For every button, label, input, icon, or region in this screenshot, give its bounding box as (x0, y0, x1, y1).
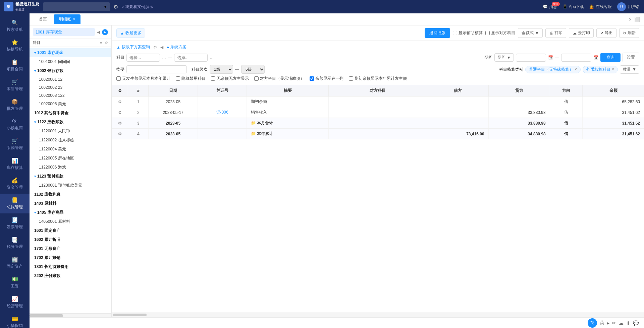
subject-tag-normal[interactable]: 普通科目（无特殊核算） × (525, 66, 581, 73)
tree-item-1001[interactable]: ▾ 1001 库存现金 (30, 48, 111, 57)
tree-item-1123[interactable]: ▾ 1123 预付账款 (30, 172, 111, 181)
tree-item-1702[interactable]: 1702 累计摊销 (30, 253, 111, 262)
sidebar-item-tax[interactable]: 📑 税务管理 (0, 233, 30, 253)
panel-close-icon[interactable]: × (629, 17, 632, 22)
tree-item-11220006[interactable]: 11220006 游戏 (30, 163, 111, 172)
subject-tag-normal-close[interactable]: × (575, 67, 577, 72)
tree-item-1002[interactable]: ▾ 1002 银行存款 (30, 66, 111, 75)
settings-btn[interactable]: 设置 (623, 53, 639, 62)
query-btn[interactable]: 查询 (600, 53, 621, 62)
filter-left-arrow-icon[interactable]: ◀ (160, 45, 163, 50)
sidebar-item-general-ledger[interactable]: 📒 总账管理 (0, 194, 30, 213)
summary-input[interactable] (126, 65, 187, 73)
tree-item-1012[interactable]: 1012 其他货币资金 (30, 109, 111, 118)
subject-end-input[interactable] (174, 54, 208, 62)
sidebar-item-expense[interactable]: 💳 小畅报销 (0, 312, 30, 328)
settings-icon[interactable]: ⚙ (113, 4, 118, 10)
tree-item-10020002[interactable]: 10020002 23 (30, 83, 111, 91)
print-btn[interactable]: 🖨 打印 (545, 28, 566, 38)
opposite-show-checkbox[interactable] (254, 76, 259, 81)
period-type-btn[interactable]: 期间 ▼ (494, 53, 514, 62)
row-voucher-1[interactable]: 记-006 (198, 107, 247, 118)
left-panel-scrollbar[interactable] (30, 313, 111, 317)
sidebar-item-inventory[interactable]: 📊 库存核算 (0, 154, 30, 174)
tree-item-1132[interactable]: 1132 应收利息 (30, 190, 111, 199)
sidebar-item-retail[interactable]: 🛒 零售管理 (0, 75, 30, 95)
row-gear-1[interactable]: ⚙ (112, 107, 128, 118)
period-start-input[interactable]: 2023-05 (516, 54, 546, 62)
nav-prev-icon[interactable]: ◀ (97, 30, 100, 35)
no-occur-month-year-checkbox[interactable] (116, 76, 121, 81)
row-gear-2[interactable]: ⚙ (112, 118, 128, 129)
amount-style-btn[interactable]: 金额式 ▼ (518, 28, 543, 38)
subject-start-input[interactable] (126, 54, 160, 62)
list-view-icon[interactable]: ≡ (100, 41, 102, 45)
tree-item-11220005[interactable]: 11220005 所在地区 (30, 154, 111, 163)
tree-item-1801[interactable]: 1801 长期待摊费用 (30, 262, 111, 271)
quantity-btn[interactable]: 数量 ▼ (620, 65, 639, 74)
tree-item-1405[interactable]: ▾ 1405 库存商品 (30, 208, 111, 217)
period-open-checkbox[interactable] (349, 76, 353, 81)
system-scheme-btn[interactable]: ● 系统方案 (167, 44, 186, 50)
level-start-select[interactable]: 1级 (210, 65, 233, 74)
tree-item-11220001[interactable]: 11220001 人民币 (30, 127, 111, 136)
sidebar-item-operations[interactable]: 📈 经营管理 (0, 292, 30, 312)
no-occur-month-year-label[interactable]: 无发生额显示本月本年累计 (116, 76, 170, 81)
period-open-label[interactable]: 期初余额显示本年累计发生额 (349, 76, 407, 81)
collapse-filter-btn[interactable]: ▲ 按以下方案查询 (116, 44, 150, 50)
tree-item-10010001[interactable]: 10010001 同同同 (30, 57, 111, 66)
demo-link[interactable]: ○ 我要看实例演示 (121, 4, 153, 10)
tree-item-2202[interactable]: 2202 应付账款 (30, 271, 111, 280)
sidebar-item-payroll[interactable]: 💵 工资 (0, 273, 30, 292)
export-btn[interactable]: ↗ 导出 (596, 28, 616, 38)
sidebar-item-ecommerce[interactable]: 🛍 小畅电商 (0, 115, 30, 134)
opposite-show-label[interactable]: 对方科目（显示辅助项） (254, 76, 304, 81)
sidebar-item-wholesale[interactable]: 📦 批发管理 (0, 95, 30, 115)
tree-item-14050001[interactable]: 14050001 原材料 (30, 217, 111, 226)
return-old-version-btn[interactable]: 退回旧版 (425, 28, 450, 38)
online-service-btn[interactable]: 💁 在线客服 (589, 4, 612, 10)
sidebar-item-purchase[interactable]: 🛒 采购管理 (0, 134, 30, 154)
level-end-select[interactable]: 6级 (241, 65, 265, 74)
tree-item-10020003[interactable]: 10020003 122 (30, 91, 111, 100)
sidebar-item-quick-nav[interactable]: ⭐ 快捷导航 (0, 36, 30, 56)
tab-home[interactable]: 首页 (34, 14, 52, 24)
calendar-start-icon[interactable]: 📅 (548, 55, 553, 60)
tab-detail-account[interactable]: 明细账 × (54, 14, 80, 24)
account-tag[interactable]: 1001 库存现金 (33, 28, 95, 36)
subject-tag-foreign[interactable]: 外币核算科目 × (583, 66, 618, 73)
tree-item-1403[interactable]: 1403 原材料 (30, 199, 111, 208)
statusbar-icon-6[interactable]: 💬 (633, 320, 639, 326)
cloud-print-btn[interactable]: ☁ 云打印 (569, 28, 594, 38)
show-opposite-checkbox[interactable] (485, 31, 490, 35)
balance-one-col-checkbox[interactable] (310, 76, 314, 81)
balance-one-col-label[interactable]: 余额显示在一列 (310, 76, 343, 81)
row-gear-3[interactable]: ⚙ (112, 129, 128, 139)
tree-item-11220002[interactable]: 11220002 往来标签 (30, 136, 111, 145)
tree-item-11220004[interactable]: 11220004 美元 (30, 145, 111, 154)
col-gear[interactable]: ⚙ (112, 85, 128, 96)
statusbar-icon-3[interactable]: ✏ (612, 320, 616, 326)
sidebar-item-search-menu[interactable]: 🔍 搜索菜单 (0, 16, 30, 36)
sidebar-item-project[interactable]: 📋 项目合同 (0, 56, 30, 75)
bottom-scrollbar[interactable] (112, 312, 644, 317)
user-menu[interactable]: U 用户名 (617, 2, 640, 11)
tree-item-1122[interactable]: ▾ 1122 应收账款 (30, 118, 111, 127)
tab-detail-close-btn[interactable]: × (73, 17, 75, 21)
search-input[interactable] (46, 4, 103, 9)
search-box[interactable]: ▼ (43, 2, 110, 11)
show-opposite-checkbox-label[interactable]: 显示对方科目 (485, 30, 515, 36)
hide-disabled-label[interactable]: 隐藏禁用科目 (176, 76, 206, 81)
nav-next-icon[interactable]: ▶ (102, 29, 108, 35)
tree-item-1601[interactable]: 1601 固定资产 (30, 226, 111, 235)
statusbar-lang-btn[interactable]: 英 (588, 318, 597, 328)
message-btn[interactable]: 💬 消息 99+ (543, 4, 557, 10)
sidebar-item-fund[interactable]: 💰 资金管理 (0, 174, 30, 194)
statusbar-icon-5[interactable]: ⬆ (626, 320, 630, 326)
hide-disabled-checkbox[interactable] (176, 76, 180, 81)
statusbar-icon-2[interactable]: ▸ (607, 320, 609, 326)
show-aux-checkbox[interactable] (453, 31, 457, 35)
calendar-end-icon[interactable]: 📅 (593, 55, 598, 60)
tree-item-11230001[interactable]: 11230001 预付账款美元 (30, 181, 111, 190)
no-balance-show-checkbox[interactable] (211, 76, 215, 81)
